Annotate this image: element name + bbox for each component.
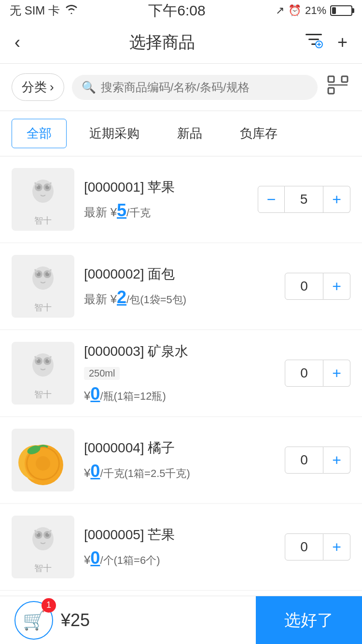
wifi-icon: [65, 4, 78, 17]
filter-bar: 分类 › 🔍: [0, 64, 362, 111]
quantity-display: 0: [285, 273, 323, 300]
product-image: 智十: [12, 168, 74, 231]
quantity-display: 0: [285, 360, 323, 387]
increment-button[interactable]: +: [323, 533, 350, 560]
product-info: [0000003] 矿泉水 250ml ¥0/瓶(1箱=12瓶): [84, 342, 275, 404]
tab-all[interactable]: 全部: [12, 119, 67, 148]
product-image: 智十: [12, 516, 74, 578]
page-title: 选择商品: [129, 31, 195, 54]
table-row: 智十 [0000001] 苹果 最新 ¥5/千克 − +: [0, 156, 362, 242]
product-image: 智十: [12, 342, 74, 405]
tab-bar: 全部 近期采购 新品 负库存: [0, 111, 362, 156]
cart-total: ¥25: [61, 610, 90, 630]
add-button[interactable]: +: [337, 32, 348, 53]
search-icon: 🔍: [82, 81, 96, 94]
confirm-button[interactable]: 选好了: [256, 596, 362, 644]
nav-left: ‹: [14, 32, 20, 53]
quantity-control: − +: [258, 186, 350, 213]
svg-rect-0: [306, 34, 322, 35]
tab-recent[interactable]: 近期采购: [74, 119, 154, 148]
product-info: [0000002] 面包 最新 ¥2/包(1袋=5包): [84, 265, 275, 308]
product-price: 最新 ¥5/千克: [84, 200, 248, 221]
product-name: [0000002] 面包: [84, 265, 275, 283]
product-name: [0000004] 橘子: [84, 439, 275, 457]
product-name: [0000001] 苹果: [84, 178, 248, 196]
svg-rect-7: [342, 76, 348, 82]
product-image: [12, 429, 74, 491]
filter-icon[interactable]: [305, 32, 323, 53]
status-bar: 无 SIM 卡 下午6:08 ↗ ⏰ 21%: [0, 0, 362, 21]
product-info: [0000005] 芒果 ¥0/个(1箱=6个): [84, 526, 275, 568]
product-info: [0000004] 橘子 ¥0/千克(1箱=2.5千克): [84, 439, 275, 481]
search-input[interactable]: [101, 81, 308, 94]
product-price: ¥0/瓶(1箱=12瓶): [84, 384, 275, 404]
category-label: 分类: [22, 79, 47, 96]
search-box: 🔍: [72, 75, 318, 100]
increment-button[interactable]: +: [323, 273, 350, 300]
product-price: ¥0/千克(1箱=2.5千克): [84, 461, 275, 481]
product-tag: 250ml: [84, 367, 120, 380]
quantity-display: 0: [285, 533, 323, 560]
increment-button[interactable]: +: [323, 447, 350, 474]
quantity-control: 0 +: [285, 447, 350, 474]
table-row: 智十 [0000005] 芒果 ¥0/个(1箱=6个) 0 +: [0, 504, 362, 590]
status-right: ↗ ⏰ 21%: [276, 4, 352, 17]
product-name: [0000003] 矿泉水: [84, 342, 275, 361]
status-time: 下午6:08: [148, 1, 205, 21]
svg-rect-6: [328, 76, 334, 82]
svg-rect-8: [328, 88, 334, 94]
table-row: 智十 [0000002] 面包 最新 ¥2/包(1袋=5包) 0 +: [0, 243, 362, 329]
alarm-icon: ⏰: [288, 4, 301, 17]
product-price: 最新 ¥2/包(1袋=5包): [84, 287, 275, 308]
increment-button[interactable]: +: [323, 186, 350, 213]
table-row: [0000004] 橘子 ¥0/千克(1箱=2.5千克) 0 +: [0, 417, 362, 503]
quantity-control: 0 +: [285, 533, 350, 560]
product-image: 智十: [12, 255, 74, 318]
owl-icon: [26, 347, 60, 386]
quantity-display: 0: [285, 447, 323, 474]
owl-icon: [26, 520, 60, 560]
tab-negative[interactable]: 负库存: [225, 119, 292, 148]
table-row: 智十 [0000003] 矿泉水 250ml ¥0/瓶(1箱=12瓶) 0 +: [0, 330, 362, 416]
battery-percent: 21%: [305, 4, 326, 17]
cart-badge: 1: [42, 598, 56, 613]
cart-button[interactable]: 🛒 1: [14, 601, 53, 640]
category-button[interactable]: 分类 ›: [12, 73, 64, 101]
owl-icon: [26, 173, 60, 212]
nav-bar: ‹ 选择商品 +: [0, 21, 362, 64]
category-chevron-icon: ›: [50, 80, 54, 95]
quantity-control: 0 +: [285, 360, 350, 387]
product-info: [0000001] 苹果 最新 ¥5/千克: [84, 178, 248, 221]
cart-area: 🛒 1 ¥25: [0, 601, 256, 640]
status-left: 无 SIM 卡: [10, 3, 78, 18]
product-name: [0000005] 芒果: [84, 526, 275, 544]
product-price: ¥0/个(1箱=6个): [84, 548, 275, 568]
owl-icon: [26, 260, 60, 299]
cart-icon: 🛒: [23, 610, 45, 631]
location-icon: ↗: [276, 4, 284, 17]
carrier-text: 无 SIM 卡: [10, 3, 60, 18]
svg-point-31: [36, 456, 50, 471]
svg-rect-1: [308, 39, 319, 40]
nav-right: +: [305, 32, 348, 53]
quantity-input[interactable]: [285, 186, 323, 213]
decrement-button[interactable]: −: [258, 186, 285, 213]
increment-button[interactable]: +: [323, 360, 350, 387]
product-list: 智十 [0000001] 苹果 最新 ¥5/千克 − +: [0, 156, 362, 644]
bottom-bar: 🛒 1 ¥25 选好了: [0, 596, 362, 644]
back-button[interactable]: ‹: [14, 32, 20, 53]
tab-new[interactable]: 新品: [162, 119, 217, 148]
scan-icon[interactable]: [325, 73, 350, 101]
battery-icon: [330, 5, 352, 16]
quantity-control: 0 +: [285, 273, 350, 300]
